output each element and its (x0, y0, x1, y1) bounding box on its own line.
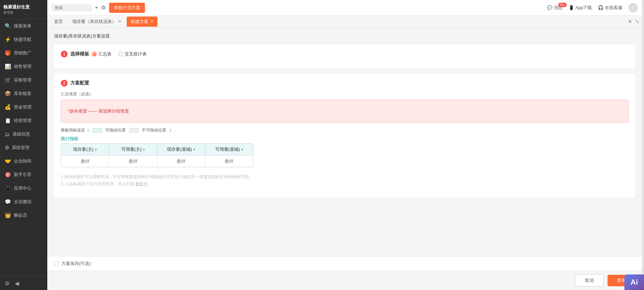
radio-summary[interactable]: 汇总表 (92, 51, 112, 57)
content-area: 现存量(库存状况表)方案设置 1 选择模板 汇总表 交叉统计表 (47, 28, 642, 256)
maximize-icon[interactable]: ⤡ (635, 18, 639, 25)
tab-close-icon[interactable]: ✕ (118, 19, 121, 24)
sidebar-item-guide[interactable]: 🎯 新手引导 (0, 168, 47, 182)
gear-icon[interactable]: ⚙ (101, 4, 106, 11)
step1-badge: 1 (61, 51, 68, 57)
tab-new-plan-close-icon[interactable]: ✕ (150, 19, 153, 24)
tab-home[interactable]: 首页 (50, 17, 67, 27)
finance-icon: 💰 (5, 104, 11, 110)
dimension-label: 汇总维度（必选） (61, 91, 628, 97)
app-download-btn[interactable]: 📱 App下载 (569, 5, 592, 11)
dimension-placeholder: *纵向维度 —— 请选择分组维度 (68, 108, 129, 114)
trial-btn[interactable]: 体验行业方案 (109, 3, 145, 13)
avatar[interactable] (628, 3, 638, 13)
sidebar-item-sales[interactable]: 📊 销售管理 (0, 60, 47, 73)
messages-btn[interactable]: 💬 消息 99+ (547, 5, 563, 11)
operations-icon: 📋 (5, 118, 11, 124)
save-label: 方案保存(可选) (61, 261, 91, 267)
sidebar-item-label: 畅会员 (14, 212, 27, 218)
save-checkbox[interactable] (54, 261, 59, 266)
sidebar-item-label: 应用中心 (14, 185, 31, 191)
dropdown-arrow-icon[interactable]: ▾ (95, 5, 98, 10)
tab-new-plan[interactable]: 新建方案 ✕ (127, 17, 157, 27)
legend-close: ） (170, 127, 174, 133)
sidebar-item-label: 资金管理 (14, 104, 31, 110)
sidebar-item-label: 搜索菜单 (14, 23, 31, 29)
settings-icon[interactable]: ⚙ (5, 280, 9, 287)
close-icon[interactable]: ✕ (628, 18, 632, 25)
stats-header-col-1[interactable]: 可用量(主) ▾ (109, 144, 157, 155)
tip-2-link[interactable]: 删除列 (135, 182, 148, 186)
sidebar-item-purchase[interactable]: 🛒 采购管理 (0, 73, 47, 87)
chevron-down-icon-3: ▾ (241, 147, 243, 152)
sidebar-item-system[interactable]: ⚙ 系统管理 (0, 141, 47, 154)
sidebar-nav: 🔍 搜索菜单 ⚡ 快捷导航 🎁 营销推广 📊 销售管理 🛒 采购管理 📦 库存核… (0, 19, 47, 276)
step1-section: 1 选择模板 汇总表 交叉统计表 (54, 45, 635, 68)
stats-section-label: 统计指标 (61, 136, 628, 142)
tip-2: 2. 点击标题栏下拉可设置排序、插入列和 删除列 (61, 181, 628, 187)
online-service-btn[interactable]: 🎧 在线客服 (598, 5, 622, 11)
sidebar-item-operations[interactable]: 📋 经营管理 (0, 114, 47, 127)
tab-home-label: 首页 (54, 19, 63, 25)
sidebar-item-corp[interactable]: 🤝 企业协同 (0, 154, 47, 168)
draggable-legend-label: 可拖动位置 (105, 127, 126, 133)
radio-summary-label: 汇总表 (98, 51, 112, 57)
purchase-icon: 🛒 (5, 77, 11, 83)
sidebar-item-search[interactable]: 🔍 搜索菜单 (0, 19, 47, 33)
sidebar-item-finance[interactable]: 💰 资金管理 (0, 100, 47, 114)
sales-icon: 📊 (5, 64, 11, 70)
sidebar-item-apps[interactable]: 📱 应用中心 (0, 182, 47, 195)
topbar: ▾ ⚙ 体验行业方案 💬 消息 99+ 📱 App下载 🎧 在线客服 (47, 0, 642, 16)
stats-summary-1: 合计 (129, 158, 138, 164)
page-title: 现存量(库存状况表)方案设置 (54, 33, 635, 39)
stats-body-col-1: 合计 (109, 155, 157, 167)
chevron-down-icon-2: ▾ (193, 147, 195, 152)
step1-title: 选择模板 (70, 51, 89, 57)
sidebar-item-basic[interactable]: 🗂 基础信息 (0, 127, 47, 141)
tip-1: 1.拖动标题栏可以调整布局，不可跨维度或指标区域拖动栏目字段(只能在同一维度或指… (61, 174, 628, 180)
indicator-legend-row: 模板指标设定（ 可拖动位置 不可拖动位置 ） (61, 127, 628, 133)
action-bar: 取消 查询 (47, 271, 642, 290)
app-name: 畅康通好生意 (3, 4, 44, 10)
search-input[interactable] (51, 4, 92, 11)
stats-header-row: 现存量(主) ▾ 可用量(主) ▾ 现存量(基辅) ▾ 可用量(基辅) (61, 144, 253, 155)
cancel-button[interactable]: 取消 (575, 274, 603, 287)
sidebar: 畅康通好生意 标准版 🔍 搜索菜单 ⚡ 快捷导航 🎁 营销推广 📊 销售管理 🛒… (0, 0, 47, 290)
indicator-settings: 模板指标设定（ 可拖动位置 不可拖动位置 ） 统计指标 现存量(主) ▾ (61, 127, 628, 192)
app-download-icon: 📱 (569, 5, 574, 10)
step2-section: 2 方案配置 汇总维度（必选） *纵向维度 —— 请选择分组维度 模板指标设定（… (54, 74, 635, 198)
stats-header-col-0[interactable]: 现存量(主) ▾ (61, 144, 109, 155)
stats-body-col-0: 合计 (61, 155, 109, 167)
stats-col-1-label: 可用量(主) (121, 146, 142, 152)
draggable-legend-box (93, 128, 102, 133)
corp-icon: 🤝 (5, 158, 11, 164)
collapse-icon[interactable]: ◀ (15, 280, 19, 287)
save-row: 方案保存(可选) (47, 256, 642, 271)
sidebar-item-quicknav[interactable]: ⚡ 快捷导航 (0, 33, 47, 46)
tab-inventory-status[interactable]: 现存量（库存状况表） ✕ (68, 17, 125, 27)
sidebar-bottom: ⚙ ◀ (0, 276, 47, 290)
step2-title: 方案配置 (70, 80, 89, 86)
sidebar-item-label: 新手引导 (14, 172, 31, 178)
sidebar-item-label: 经营管理 (14, 118, 31, 124)
ai-badge[interactable]: Ai (624, 274, 644, 290)
dimension-selector[interactable]: *纵向维度 —— 请选择分组维度 (61, 100, 628, 123)
indicator-settings-label: 模板指标设定（ (61, 127, 89, 133)
stats-summary-3: 合计 (225, 158, 233, 164)
stats-header-col-2[interactable]: 现存量(基辅) ▾ (157, 144, 205, 155)
sidebar-item-inventory[interactable]: 📦 库存核算 (0, 87, 47, 100)
tips-section: 1.拖动标题栏可以调整布局，不可跨维度或指标区域拖动栏目字段(只能在同一维度或指… (61, 171, 628, 192)
sidebar-item-member[interactable]: 👑 畅会员 (0, 209, 47, 222)
main-area: ▾ ⚙ 体验行业方案 💬 消息 99+ 📱 App下载 🎧 在线客服 首页 (47, 0, 642, 290)
sidebar-item-wechat[interactable]: 💬 企业微信 (0, 195, 47, 209)
stats-header-col-3[interactable]: 可用量(基辅) ▾ (205, 144, 253, 155)
sidebar-item-label: 企业协同 (14, 158, 31, 164)
sidebar-item-label: 快捷导航 (14, 37, 31, 43)
sidebar-item-marketing[interactable]: 🎁 营销推广 (0, 46, 47, 60)
chevron-down-icon-0: ▾ (95, 147, 97, 152)
radio-cross[interactable]: 交叉统计表 (118, 51, 147, 57)
tab-new-plan-label: 新建方案 (131, 19, 148, 25)
sidebar-item-label: 基础信息 (13, 131, 30, 137)
stats-col-2-label: 现存量(基辅) (167, 146, 192, 152)
resize-handle[interactable] (642, 0, 644, 290)
